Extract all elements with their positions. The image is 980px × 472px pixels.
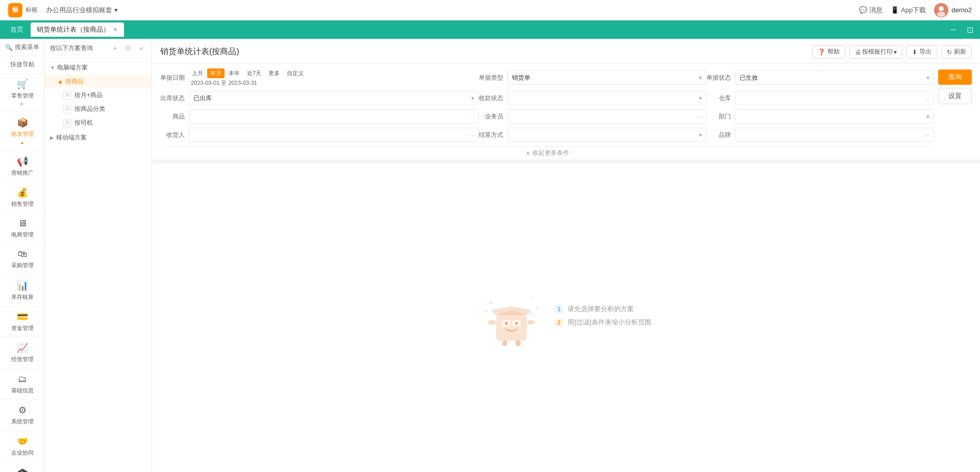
section-divider xyxy=(152,159,980,163)
sales-icon: 💰 xyxy=(17,187,28,198)
tree-collapsed-icon: ▶ xyxy=(50,135,54,140)
tree-group-pc-header[interactable]: ▼ 电脑端方案 xyxy=(45,61,152,75)
brand-label: 品牌 xyxy=(706,131,735,139)
sidebar-item-inventory[interactable]: 📊 库存核算 xyxy=(0,275,44,306)
department-select[interactable] xyxy=(735,109,934,124)
tab-report[interactable]: 销货单统计表（按商品） ✕ xyxy=(31,22,124,37)
filter-date: 单据日期 上月 本月 本年 近7天 更多 自定义 20 xyxy=(160,68,479,87)
pay-status-label: 收款状态 xyxy=(479,94,507,103)
filter-area: 单据日期 上月 本月 本年 近7天 更多 自定义 20 xyxy=(152,63,980,159)
wholesale-icon: 📦 xyxy=(17,117,28,128)
tree-item-by-category[interactable]: 目 按商品分类 xyxy=(45,102,152,116)
svg-rect-8 xyxy=(488,320,496,324)
query-button[interactable]: 查询 xyxy=(938,69,972,85)
left-panel-header: 按以下方案查询 + ⊙ « xyxy=(45,39,152,58)
collapse-panel-button[interactable]: « xyxy=(136,43,146,53)
sidebar-item-wholesale[interactable]: 📦 批发管理 ▲ xyxy=(0,112,44,150)
date-btn-custom[interactable]: 自定义 xyxy=(284,68,307,78)
sidebar-item-operation[interactable]: 📈 经营管理 xyxy=(0,337,44,368)
tree-group-mobile-label: 移动端方案 xyxy=(56,133,87,142)
sidebar-item-basic[interactable]: 🗂 基础信息 xyxy=(0,369,44,399)
workspace-arrow-icon: ▾ xyxy=(114,6,118,14)
payment-method-select[interactable] xyxy=(507,128,706,142)
date-btn-this-month[interactable]: 本月 xyxy=(207,68,225,78)
sidebar-label-inventory: 库存核算 xyxy=(11,293,34,300)
date-btn-more[interactable]: 更多 xyxy=(265,68,283,78)
message-action[interactable]: 💬 消息 xyxy=(859,6,883,15)
export-button[interactable]: ⬇ 导出 xyxy=(906,45,937,59)
tab-home[interactable]: 首页 xyxy=(4,22,30,37)
hint-text-2: 用[过滤]条件来缩小分析范围 xyxy=(568,318,651,327)
month-icon: 月 xyxy=(63,91,71,100)
date-btn-last-7-days[interactable]: 近7天 xyxy=(244,68,264,78)
add-scheme-button[interactable]: + xyxy=(110,43,120,53)
doc-status-value: 已生效 xyxy=(740,74,758,82)
app-download-action[interactable]: 📱 App下载 xyxy=(891,6,926,15)
salesperson-input[interactable]: ··· xyxy=(507,109,706,124)
sidebar-label-operation: 经营管理 xyxy=(11,356,34,363)
settings-scheme-button[interactable]: ⊙ xyxy=(123,43,133,53)
product-input[interactable]: ··· xyxy=(189,109,479,124)
date-btn-this-year[interactable]: 本年 xyxy=(226,68,243,78)
sidebar-item-retail[interactable]: 🛒 零售管理 ▶ xyxy=(0,74,44,112)
user-area[interactable]: demo2 xyxy=(934,3,972,17)
filter-doc-status: 单据状态 已生效 xyxy=(706,70,934,85)
tree-group-pc-label: 电脑端方案 xyxy=(57,63,88,72)
basic-icon: 🗂 xyxy=(18,374,27,385)
tab-close-icon[interactable]: ✕ xyxy=(113,26,118,33)
retail-icon: 🛒 xyxy=(17,79,28,90)
tree-item-by-product[interactable]: ● 按商品 xyxy=(45,75,152,88)
setting-button[interactable]: 设置 xyxy=(938,88,972,104)
active-dot-icon: ● xyxy=(58,78,62,86)
out-status-select[interactable]: 已出库 xyxy=(189,91,479,105)
print-button[interactable]: 🖨 按模板打印 ▾ xyxy=(849,45,902,59)
filter-out-status: 出库状态 已出库 xyxy=(160,91,479,105)
sidebar-item-system[interactable]: ⚙ 系统管理 xyxy=(0,399,44,431)
sidebar-item-marketing[interactable]: 📢 营销推广 xyxy=(0,151,44,182)
doc-status-select[interactable]: 已生效 xyxy=(735,70,934,85)
refresh-button[interactable]: ↻ 刷新 xyxy=(941,45,972,59)
action-buttons: 查询 设置 xyxy=(938,68,972,104)
date-btn-last-month[interactable]: 上月 xyxy=(189,68,206,78)
help-button[interactable]: ❓ 帮助 xyxy=(812,45,845,59)
sidebar-item-sales[interactable]: 💰 销售管理 xyxy=(0,182,44,213)
avatar xyxy=(934,3,948,17)
warehouse-input[interactable]: ··· xyxy=(735,91,934,105)
top-bar: 畅 标账 办公用品行业模拟账套 ▾ 💬 消息 📱 App下载 demo2 xyxy=(0,0,980,20)
sidebar-search[interactable]: 🔍 搜索菜单 xyxy=(0,39,44,56)
message-label: 消息 xyxy=(869,6,883,15)
sidebar-item-guide[interactable]: 🎓 新手引导 xyxy=(0,462,44,472)
guide-icon: 🎓 xyxy=(17,467,28,472)
warehouse-label: 仓库 xyxy=(706,94,735,103)
svg-point-13 xyxy=(531,296,533,298)
sidebar-item-corp[interactable]: 🤝 企业协同 xyxy=(0,431,44,462)
tab-minimize-icon[interactable]: ─ xyxy=(947,23,960,36)
sidebar-quick-nav[interactable]: 快捷导航 xyxy=(0,56,44,74)
tab-maximize-icon[interactable]: ⊡ xyxy=(964,23,976,36)
receiver-input[interactable]: ··· xyxy=(189,128,479,142)
tabs-bar: 首页 销货单统计表（按商品） ✕ ─ ⊡ xyxy=(0,20,980,39)
pay-status-select[interactable] xyxy=(507,91,706,105)
sidebar-item-finance[interactable]: 💳 资金管理 xyxy=(0,306,44,337)
sidebar-item-purchase[interactable]: 🛍 采购管理 xyxy=(0,244,44,274)
filter-product: 商品 ··· xyxy=(160,109,479,124)
workspace-selector[interactable]: 办公用品行业模拟账套 ▾ xyxy=(42,4,122,17)
doc-type-select[interactable]: 销货单 xyxy=(507,70,706,85)
brand-input[interactable]: ··· xyxy=(735,128,934,142)
corp-icon: 🤝 xyxy=(17,436,28,447)
sidebar-item-ecommerce[interactable]: 🖥 电商管理 xyxy=(0,213,44,244)
collapse-button[interactable]: ∧ 收起更多条件 xyxy=(160,146,934,159)
tree-group-mobile-header[interactable]: ▶ 移动端方案 xyxy=(45,131,152,145)
tree-item-by-driver[interactable]: 目 按司机 xyxy=(45,116,152,130)
filter-payment-method: 结算方式 xyxy=(479,128,706,142)
svg-rect-9 xyxy=(527,320,534,324)
filter-warehouse: 仓库 ··· xyxy=(706,91,934,105)
department-label: 部门 xyxy=(706,112,735,121)
tree-expand-icon: ▼ xyxy=(50,65,55,70)
sidebar-nav-label: 快捷导航 xyxy=(10,60,35,69)
tree-item-by-month-product[interactable]: 月 按月+商品 xyxy=(45,88,152,102)
sidebar-label-sales: 销售管理 xyxy=(11,200,34,207)
out-status-value: 已出库 xyxy=(193,94,212,103)
hint-2: 2 用[过滤]条件来缩小分析范围 xyxy=(554,318,651,327)
svg-point-14 xyxy=(536,306,538,309)
